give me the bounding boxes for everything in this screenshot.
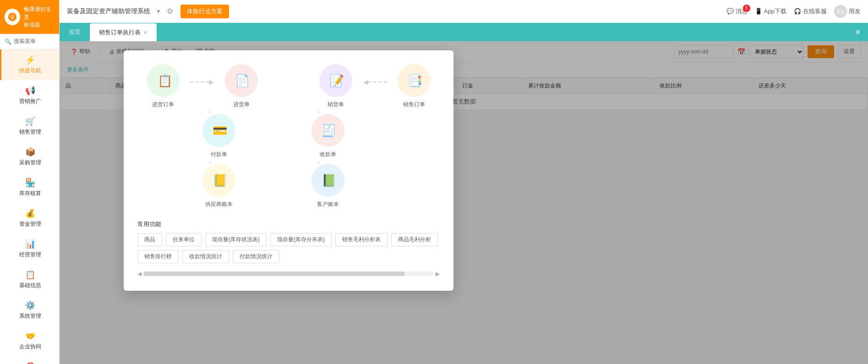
trial-button[interactable]: 体验行业方案 bbox=[180, 5, 229, 18]
svg-text:🧾: 🧾 bbox=[322, 123, 336, 138]
sidebar-item-label: 采购管理 bbox=[19, 159, 41, 167]
flow-node-purchase-bill: 📄 进货单 bbox=[225, 64, 258, 109]
basic-info-icon: 📋 bbox=[25, 270, 35, 280]
user-label: 用友 bbox=[849, 7, 861, 16]
sidebar-search[interactable]: 🔍 搜索菜单 bbox=[0, 34, 59, 49]
func-btn-partner[interactable]: 往来单位 bbox=[166, 233, 202, 246]
download-icon: 📱 bbox=[755, 8, 762, 15]
sidebar-item-label: 基础信息 bbox=[19, 282, 41, 289]
func-btn-stock-dist[interactable]: 现存量(库存分布表) bbox=[270, 233, 332, 246]
user-avatar[interactable]: Ea 用友 bbox=[834, 5, 861, 18]
purchase-bill-circle: 📄 bbox=[225, 64, 258, 97]
online-service-label: 在线客服 bbox=[803, 7, 827, 16]
sidebar-logo: U 畅康通好生意 标准版 bbox=[0, 0, 59, 34]
func-btn-sales-rank[interactable]: 销售排行榜 bbox=[137, 250, 179, 263]
receipt-circle: 🧾 bbox=[311, 114, 344, 147]
sidebar-item-purchase[interactable]: 📦 采购管理 bbox=[0, 141, 59, 172]
content-area: ❓ 帮助 🖨 按模板打印 ▼ 📤 导出 🔄 刷新 bbox=[60, 41, 868, 364]
svg-text:📋: 📋 bbox=[158, 73, 171, 88]
sidebar-item-label: 企业协同 bbox=[19, 343, 41, 351]
tab-close-icon[interactable]: ✕ bbox=[143, 30, 147, 36]
marketing-icon: 📢 bbox=[25, 86, 35, 96]
sidebar-item-label: 经营管理 bbox=[19, 251, 41, 259]
tab-home[interactable]: 首页 bbox=[60, 23, 90, 41]
tab-sales-order-exec-label: 销售订单执行表 bbox=[99, 28, 141, 37]
sidebar-item-label: 系统管理 bbox=[19, 312, 41, 320]
svg-text:U: U bbox=[11, 15, 14, 20]
sales-order-circle: 📑 bbox=[398, 64, 431, 97]
header-right: 💬 消息 6 📱 App下载 🎧 在线客服 Ea 用友 bbox=[726, 5, 861, 18]
operations-icon: 📊 bbox=[25, 239, 35, 249]
function-buttons: 商品 往来单位 现存量(库存状况表) 现存量(库存分布表) 销售毛利分析表 商品… bbox=[137, 233, 440, 246]
func-btn-payment-stats[interactable]: 付款情况统计 bbox=[233, 250, 279, 263]
sidebar-item-basic-info[interactable]: 📋 基础信息 bbox=[0, 264, 59, 295]
sales-icon: 🛒 bbox=[25, 116, 35, 126]
purchase-order-circle: 📋 bbox=[147, 64, 180, 97]
svg-text:📄: 📄 bbox=[235, 73, 250, 88]
sidebar-item-system[interactable]: ⚙️ 系统管理 bbox=[0, 295, 59, 326]
dropdown-arrow-icon[interactable]: ▼ bbox=[156, 8, 161, 15]
purchase-order-label: 进货订单 bbox=[152, 101, 174, 109]
modal-overlay[interactable]: 📋 进货订单 ▶ bbox=[60, 41, 868, 364]
sidebar-item-label: 快捷导航 bbox=[19, 67, 41, 75]
sidebar-item-inventory[interactable]: 🏪 库存核算 bbox=[0, 172, 59, 203]
flow-node-purchase-order: 📋 进货订单 bbox=[147, 64, 180, 109]
tab-home-label: 首页 bbox=[69, 28, 81, 36]
sales-bill-circle: 📝 bbox=[319, 64, 352, 97]
sidebar-menu: ⚡ 快捷导航 📢 营销推广 🛒 销售管理 📦 采购管理 🏪 库存核算 💰 bbox=[0, 49, 59, 364]
purchase-icon: 📦 bbox=[25, 147, 35, 157]
func-btn-product-margin[interactable]: 商品毛利分析 bbox=[391, 233, 438, 246]
app-download-label: App下载 bbox=[764, 7, 786, 16]
settings-icon[interactable]: ⚙ bbox=[167, 7, 173, 16]
sidebar-item-finance[interactable]: 💰 资金管理 bbox=[0, 203, 59, 234]
sidebar: U 畅康通好生意 标准版 🔍 搜索菜单 ⚡ 快捷导航 📢 营销推广 🛒 销售管理 bbox=[0, 0, 60, 364]
scroll-left-icon[interactable]: ◀ bbox=[137, 271, 142, 277]
scroll-right-icon[interactable]: ▶ bbox=[436, 271, 440, 277]
sidebar-item-label: 销售管理 bbox=[19, 128, 41, 136]
flow-node-sales-order: 📑 销售订单 bbox=[398, 64, 431, 109]
service-icon: 🎧 bbox=[794, 8, 801, 15]
search-icon: 🔍 bbox=[5, 38, 11, 45]
modal: 📋 进货订单 ▶ bbox=[124, 50, 453, 291]
top-header: 装备及固定资产辅助管理系统 ▼ ⚙ 体验行业方案 💬 消息 6 📱 App下载 … bbox=[60, 0, 868, 23]
tab-sales-order-exec[interactable]: 销售订单执行表 ✕ bbox=[90, 23, 157, 42]
sidebar-item-quick-nav[interactable]: ⚡ 快捷导航 bbox=[0, 49, 59, 80]
customer-ledger-circle: 📗 bbox=[311, 164, 344, 197]
tab-bar-close-icon[interactable]: ✕ bbox=[855, 28, 861, 37]
app-download-button[interactable]: 📱 App下载 bbox=[755, 7, 786, 16]
func-btn-collection-stats[interactable]: 收款情况统计 bbox=[182, 250, 229, 263]
tab-bar: 首页 销售订单执行表 ✕ ✕ bbox=[60, 23, 868, 41]
customer-ledger-label: 客户账本 bbox=[317, 201, 339, 208]
func-btn-stock-status[interactable]: 现存量(库存状况表) bbox=[205, 233, 267, 246]
sidebar-item-label: 库存核算 bbox=[19, 190, 41, 197]
sidebar-item-enterprise[interactable]: 🤝 企业协同 bbox=[0, 326, 59, 356]
flow-node-customer-ledger: 📗 客户账本 bbox=[311, 164, 344, 208]
purchase-bill-label: 进货单 bbox=[233, 101, 250, 109]
finance-icon: 💰 bbox=[25, 208, 35, 218]
svg-text:📒: 📒 bbox=[213, 173, 227, 188]
svg-text:📗: 📗 bbox=[322, 173, 336, 188]
system-icon: ⚙️ bbox=[25, 300, 35, 310]
quick-nav-icon: ⚡ bbox=[25, 55, 35, 65]
func-btn-sales-margin[interactable]: 销售毛利分析表 bbox=[335, 233, 388, 246]
enterprise-icon: 🤝 bbox=[25, 331, 35, 341]
logo-icon: U bbox=[5, 9, 20, 25]
search-label: 搜索菜单 bbox=[14, 38, 36, 45]
system-title: 装备及固定资产辅助管理系统 bbox=[67, 7, 150, 16]
svg-text:📝: 📝 bbox=[329, 73, 344, 88]
main-area: 装备及固定资产辅助管理系统 ▼ ⚙ 体验行业方案 💬 消息 6 📱 App下载 … bbox=[60, 0, 868, 364]
sidebar-item-operations[interactable]: 📊 经营管理 bbox=[0, 234, 59, 264]
common-functions-title: 常用功能 bbox=[137, 220, 440, 228]
func-btn-product[interactable]: 商品 bbox=[137, 233, 162, 246]
sales-order-label: 销售订单 bbox=[403, 101, 425, 109]
online-service-button[interactable]: 🎧 在线客服 bbox=[794, 7, 827, 16]
message-button[interactable]: 💬 消息 6 bbox=[726, 7, 748, 16]
sidebar-item-marketing[interactable]: 📢 营销推广 bbox=[0, 80, 59, 111]
flow-node-receipt: 🧾 收款单 bbox=[311, 114, 344, 158]
sales-bill-label: 销货单 bbox=[328, 101, 344, 109]
svg-text:📑: 📑 bbox=[408, 73, 422, 88]
scrollbar-thumb[interactable] bbox=[143, 272, 405, 276]
sidebar-item-sales[interactable]: 🛒 销售管理 bbox=[0, 111, 59, 141]
sidebar-item-guide[interactable]: 🎯 新手引导 bbox=[0, 356, 59, 364]
inventory-icon: 🏪 bbox=[25, 178, 35, 188]
